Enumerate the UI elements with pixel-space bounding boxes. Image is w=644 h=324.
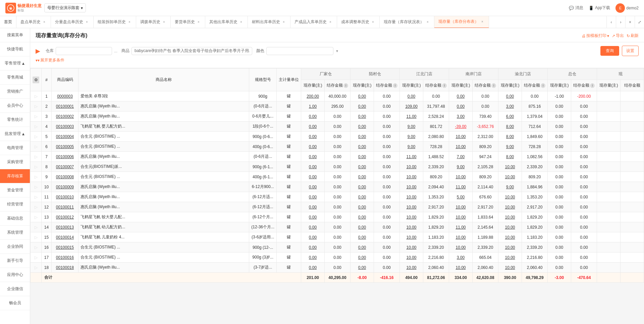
row-yubei-qty[interactable]: 8.00	[498, 152, 522, 162]
tab-7-close[interactable]: ×	[281, 20, 286, 25]
row-nanan-qty[interactable]: 3.00	[449, 252, 473, 263]
row-jiangbei-qty[interactable]: 9.00	[400, 142, 423, 152]
row-nanan-qty[interactable]: 9.00	[449, 162, 473, 172]
row-mucun-qty[interactable]: 0.00	[351, 122, 374, 132]
row-yubei-qty[interactable]: 10.00	[498, 222, 522, 232]
row-expand[interactable]: ▷	[31, 111, 42, 122]
row-mucun-qty[interactable]: 0.00	[351, 91, 374, 101]
tab-9-close[interactable]: ×	[371, 20, 375, 25]
tab-4[interactable]: 调拨单历史 ×	[136, 16, 171, 28]
row-mucun-qty[interactable]: 0.00	[351, 182, 374, 192]
tab-5-close[interactable]: ×	[196, 20, 201, 25]
row-expand[interactable]: ▷	[31, 252, 42, 263]
row-nanan-qty[interactable]: 10.00	[449, 212, 473, 222]
color-input[interactable]	[266, 47, 333, 55]
row-yubei-qty[interactable]: 10.00	[498, 232, 522, 242]
row-factory-qty[interactable]: 0.00	[301, 152, 325, 162]
row-jiangbei-qty[interactable]: 9.00	[400, 122, 423, 132]
row-yubei-qty[interactable]: 0.00	[498, 91, 522, 101]
tab-11[interactable]: 现存量（库存分布表） ×	[434, 16, 489, 28]
sidebar-item-marketing[interactable]: 营销推广	[0, 85, 30, 99]
sidebar-item-system[interactable]: 系统管理	[0, 226, 30, 240]
row-mucun-qty[interactable]: 0.00	[351, 162, 374, 172]
sidebar-item-member[interactable]: 会员中心	[0, 99, 30, 113]
row-expand[interactable]: ▷	[31, 142, 42, 152]
row-yubei-qty[interactable]: 10.00	[498, 242, 522, 252]
row-jiangbei-qty[interactable]: 11.00	[400, 111, 423, 122]
row-expand[interactable]: ▷	[31, 122, 42, 132]
row-nanan-qty[interactable]: 11.00	[449, 182, 473, 192]
query-button[interactable]: 查询	[600, 46, 619, 56]
row-yubei-qty[interactable]: 10.00	[498, 202, 522, 212]
row-jiangbei-qty[interactable]: 11.00	[400, 152, 423, 162]
row-factory-qty[interactable]: 0.00	[301, 182, 325, 192]
tab-10-close[interactable]: ×	[425, 20, 430, 25]
row-nanan-qty[interactable]: 7.00	[449, 152, 473, 162]
expand-row-btn[interactable]: ▶	[36, 47, 40, 55]
sidebar-item-finance[interactable]: 资金管理	[0, 183, 30, 197]
row-jiangbei-qty[interactable]: 10.00	[400, 242, 423, 252]
tab-6-close[interactable]: ×	[239, 20, 244, 25]
row-nanan-qty[interactable]: 10.00	[449, 172, 473, 182]
mucun-amt-info[interactable]: i	[393, 83, 397, 88]
row-factory-qty[interactable]: 0.00	[301, 212, 325, 222]
row-nanan-qty[interactable]: 10.00	[449, 242, 473, 252]
print-btn[interactable]: 🖨 按模板打印 ▾	[582, 33, 609, 39]
sidebar-item-retail-mall[interactable]: 零售商城	[0, 71, 30, 85]
row-yubei-qty[interactable]: 3.00	[498, 101, 522, 111]
tab-11-close[interactable]: ×	[480, 19, 485, 24]
user-area[interactable]: E demo2	[615, 3, 639, 13]
row-nanan-qty[interactable]: 10.00	[449, 232, 473, 242]
row-nanan-qty[interactable]: 10.00	[449, 202, 473, 212]
tab-1[interactable]: 盘点单历史 ×	[16, 16, 51, 28]
sidebar-item-retail-stats[interactable]: 零售统计	[0, 113, 30, 127]
row-jiangbei-qty[interactable]: 10.00	[400, 202, 423, 212]
tab-5[interactable]: 要货单历史 ×	[171, 16, 205, 28]
warehouse-input[interactable]	[56, 47, 112, 55]
row-jiangbei-qty[interactable]: 10.00	[400, 192, 423, 202]
tab-10[interactable]: 现存量（库存状况表） ×	[380, 16, 434, 28]
tab-8-close[interactable]: ×	[328, 20, 333, 25]
tab-3-close[interactable]: ×	[127, 20, 132, 25]
row-factory-qty[interactable]: 0.00	[301, 192, 325, 202]
row-factory-qty[interactable]: 0.00	[301, 242, 325, 252]
row-expand[interactable]: ▷	[31, 212, 42, 222]
row-factory-qty[interactable]: 200.00	[301, 91, 325, 101]
row-jiangbei-qty[interactable]: 10.00	[400, 172, 423, 182]
tab-9[interactable]: 成本调整单历史 ×	[337, 16, 380, 28]
row-expand[interactable]: ▷	[31, 152, 42, 162]
row-factory-qty[interactable]: 0.00	[301, 263, 325, 273]
row-factory-qty[interactable]: 0.00	[301, 202, 325, 212]
export-btn[interactable]: ↗ 导出	[612, 33, 624, 39]
row-nanan-qty[interactable]: 3.00	[449, 111, 473, 122]
row-mucun-qty[interactable]: 0.00	[351, 222, 374, 232]
tabs-close-all-btn[interactable]: ×	[625, 16, 635, 28]
row-mucun-qty[interactable]: 0.00	[351, 252, 374, 263]
row-factory-qty[interactable]: 0.00	[301, 132, 325, 142]
row-yubei-qty[interactable]: 8.00	[498, 132, 522, 142]
tab-1-close[interactable]: ×	[42, 20, 47, 25]
row-mucun-qty[interactable]: 0.00	[351, 202, 374, 212]
goods-input[interactable]	[131, 47, 252, 55]
row-mucun-qty[interactable]: 0.00	[351, 242, 374, 252]
row-factory-qty[interactable]: 0.00	[301, 122, 325, 132]
row-nanan-qty[interactable]: 0.00	[449, 101, 473, 111]
row-factory-qty[interactable]: 0.00	[301, 172, 325, 182]
row-expand[interactable]: ▷	[31, 202, 42, 212]
row-expand[interactable]: ▷	[31, 91, 42, 101]
sidebar-item-wechat[interactable]: 企业微信	[0, 282, 30, 296]
row-nanan-qty[interactable]: 10.00	[449, 132, 473, 142]
sidebar-item-collab[interactable]: 企业协同	[0, 240, 30, 254]
row-yubei-qty[interactable]: 10.00	[498, 192, 522, 202]
row-nanan-qty[interactable]: -39.00	[449, 122, 473, 132]
row-jiangbei-qty[interactable]: 9.00	[400, 132, 423, 142]
sidebar-item-member2[interactable]: 畅会员	[0, 296, 30, 310]
tab-home[interactable]: 首页	[0, 16, 16, 28]
row-mucun-qty[interactable]: 0.00	[351, 152, 374, 162]
sidebar-item-ecommerce[interactable]: 电商管理	[0, 141, 30, 155]
sidebar-item-search[interactable]: 搜索英单	[0, 28, 30, 42]
row-factory-qty[interactable]: 0.00	[301, 232, 325, 242]
jiangbei-amt-info[interactable]: i	[442, 83, 447, 88]
row-yubei-qty[interactable]: 10.00	[498, 263, 522, 273]
row-jiangbei-qty[interactable]: 10.00	[400, 252, 423, 263]
